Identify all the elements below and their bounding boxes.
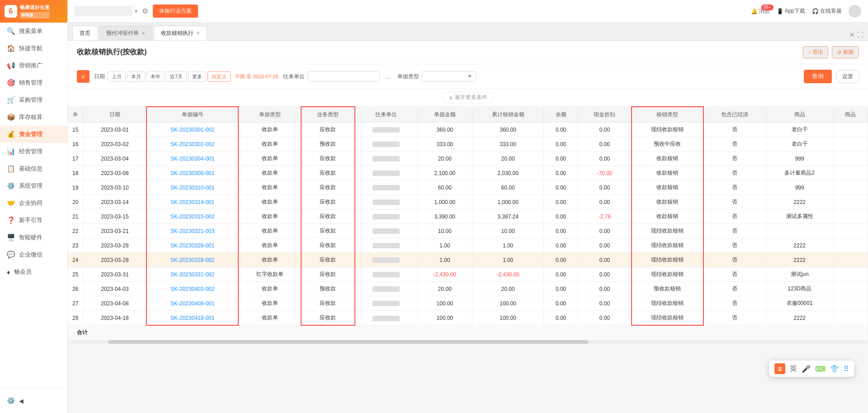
cell-biz-type: 应收款: [301, 253, 355, 267]
filter-settings-btn[interactable]: 设置: [836, 70, 859, 83]
tab-prepay-label: 预付冲应付单: [106, 29, 139, 37]
sn-link[interactable]: SK-20230315-002: [170, 214, 214, 220]
sidebar-item-collab[interactable]: 🤝 企业协同: [0, 195, 67, 212]
cell-biz-type: 应收款: [301, 195, 355, 209]
sn-link[interactable]: SK-20230321-003: [170, 228, 214, 234]
sidebar-item-guide[interactable]: ❓ 新手引导: [0, 212, 67, 229]
cell-no: 24: [68, 253, 83, 267]
tab-collection[interactable]: 收款核销执行 ✕: [154, 26, 207, 40]
sidebar-item-finance[interactable]: 💰 资金管理: [0, 126, 67, 143]
table-row: 25 2023-03-31 SK-20230331-002 红字收款单 应收款 …: [68, 267, 868, 282]
sn-link[interactable]: SK-20230304-001: [170, 156, 214, 162]
this-year-btn[interactable]: 本年: [146, 71, 165, 82]
last-7days-btn[interactable]: 近7天: [166, 71, 187, 82]
cell-write-off-type: 收款核销: [632, 209, 703, 224]
export-btn[interactable]: ↑ 导出: [803, 46, 828, 58]
date-buttons: 上月 本月 本年 近7天 更多 自定义: [108, 71, 231, 82]
cell-product1: 999: [766, 180, 833, 195]
shirt-icon[interactable]: 👕: [830, 365, 839, 373]
cell-voucher-type: 收款单: [238, 152, 301, 166]
sidebar-item-search[interactable]: 🔍 搜索菜单: [0, 23, 67, 40]
target-icon: 🎯: [7, 79, 15, 87]
cell-write-off-type: 现结收款核销: [632, 296, 703, 311]
sn-link[interactable]: SK-20230301-002: [170, 127, 214, 133]
sidebar-item-system[interactable]: ⚙️ 系统管理: [0, 177, 67, 195]
cell-balance: 0.00: [543, 253, 578, 267]
sidebar-item-hardware[interactable]: 🖥️ 智能硬件: [0, 229, 67, 246]
tab-collection-close[interactable]: ✕: [196, 31, 200, 36]
notification-btn[interactable]: 🔔 消息 99+: [751, 7, 770, 15]
sidebar-item-label: 系统管理: [19, 182, 42, 190]
cell-voucher-type: 收款单: [238, 282, 301, 296]
col-biz-type: 业务类型: [301, 107, 355, 123]
counterparty-input[interactable]: [307, 71, 380, 82]
tab-prepay[interactable]: 预付冲应付单 ✕: [99, 26, 152, 40]
sn-link[interactable]: SK-20230408-001: [170, 300, 214, 307]
cell-amount: 3,390.00: [417, 209, 472, 224]
workspace-selector[interactable]: ▾: [75, 6, 137, 16]
cell-product1: 多计量商品2: [766, 166, 833, 180]
filter-toggle-btn[interactable]: »: [77, 70, 90, 83]
sn-link[interactable]: SK-20230328-002: [170, 257, 214, 263]
last-month-btn[interactable]: 上月: [108, 71, 126, 82]
col-product1: 商品: [766, 107, 833, 123]
page-actions: ↑ 导出 ↺ 刷新: [803, 46, 859, 58]
cell-product2: [833, 296, 868, 311]
sn-link[interactable]: SK-20230314-001: [170, 199, 214, 205]
sidebar-item-operations[interactable]: 📊 经营管理: [0, 143, 67, 160]
counterparty-dots[interactable]: ...: [382, 72, 393, 81]
microphone-icon[interactable]: 🎤: [802, 365, 811, 373]
sidebar-item-basics[interactable]: 📋 基础信息: [0, 160, 67, 177]
query-btn[interactable]: 查询: [804, 70, 832, 83]
voucher-type-select[interactable]: [422, 71, 476, 82]
this-month-btn[interactable]: 本月: [127, 71, 145, 82]
expand-conditions-btn[interactable]: ∨ 展开更多条件: [443, 92, 493, 103]
tab-close-all-icon[interactable]: ✕: [849, 31, 855, 38]
cell-write-off-type: 收款核销: [632, 152, 703, 166]
table-row: 22 2023-03-21 SK-20230321-003 收款单 应收款 10…: [68, 224, 868, 238]
sidebar-item-sales[interactable]: 🎯 销售管理: [0, 74, 67, 91]
sn-link[interactable]: SK-20230310-001: [170, 185, 214, 191]
sidebar: 6 畅康道好生意 标推版 🔍 搜索菜单 🏠 快捷导航 📢 营销推广 🎯 销售管理…: [0, 0, 68, 413]
headset-icon: 🎧: [812, 8, 819, 14]
sn-link[interactable]: SK-20230328-001: [170, 242, 214, 249]
sn-link[interactable]: SK-20230308-001: [170, 170, 214, 176]
keyboard-icon[interactable]: ⌨: [815, 365, 826, 373]
refresh-btn[interactable]: ↺ 刷新: [832, 46, 859, 58]
sidebar-item-purchase[interactable]: 🛒 采购管理: [0, 91, 67, 109]
industry-btn[interactable]: 体验行业方案: [153, 5, 198, 18]
sidebar-item-member[interactable]: ♦️ 畅会员: [0, 263, 67, 280]
tab-maximize-icon[interactable]: ⛶: [857, 31, 863, 38]
cell-amount: 1,000.00: [417, 195, 472, 209]
cell-discount: 0.00: [578, 311, 632, 326]
app-download-btn[interactable]: 📱 App下载: [777, 7, 805, 15]
tab-home[interactable]: 首页: [72, 26, 98, 40]
sidebar-item-label: 营销推广: [19, 62, 42, 70]
online-service-btn[interactable]: 🎧 在线客服: [812, 7, 842, 15]
double-arrow-icon: »: [81, 73, 85, 80]
tab-prepay-close[interactable]: ✕: [142, 31, 145, 36]
sidebar-settings-btn[interactable]: ⚙️ ◀: [0, 392, 67, 409]
sidebar-item-quicknav[interactable]: 🏠 快捷导航: [0, 40, 67, 57]
cell-product2: [833, 137, 868, 152]
horizontal-scrollbar[interactable]: [68, 340, 868, 344]
custom-date-btn[interactable]: 自定义: [208, 71, 231, 82]
sn-link[interactable]: SK-20230418-001: [170, 315, 214, 321]
user-avatar[interactable]: [849, 5, 861, 18]
cell-date: 2023-03-01: [83, 123, 147, 137]
date-filter-group: 日期 上月 本月 本年 近7天 更多 自定义: [94, 71, 231, 82]
scrollbar-thumb[interactable]: [108, 340, 588, 344]
more-date-btn[interactable]: 更多: [188, 71, 206, 82]
header-gear-btn[interactable]: ⚙: [142, 7, 148, 15]
cell-product2: [833, 195, 868, 209]
sidebar-item-inventory[interactable]: 📦 库存核算: [0, 109, 67, 126]
apps-icon[interactable]: ⠿: [844, 365, 849, 373]
sidebar-item-marketing[interactable]: 📢 营销推广: [0, 57, 67, 74]
sn-link[interactable]: SK-20230302-002: [170, 141, 214, 147]
sn-link[interactable]: SK-20230331-002: [170, 271, 214, 278]
col-settings[interactable]: ⚙: [68, 107, 83, 123]
sidebar-item-wechat[interactable]: 💬 企业微信: [0, 246, 67, 263]
sn-link[interactable]: SK-20230403-002: [170, 286, 214, 292]
page-title: 收款核销执行(按收款): [77, 47, 147, 57]
cell-cumulative: 360.00: [472, 123, 544, 137]
